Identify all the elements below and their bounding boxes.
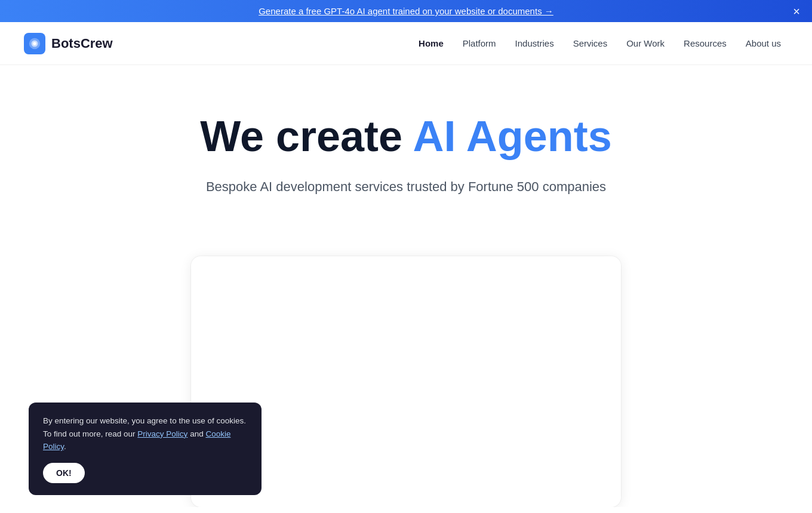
hero-subtitle: Bespoke AI development services trusted … [203, 177, 609, 196]
banner-close-button[interactable]: × [793, 5, 800, 17]
svg-point-2 [33, 42, 36, 45]
top-banner: Generate a free GPT-4o AI agent trained … [0, 0, 812, 22]
cookie-banner: By entering our website, you agree to th… [29, 403, 262, 495]
nav-link-platform[interactable]: Platform [456, 33, 503, 53]
nav-item-home[interactable]: Home [411, 38, 451, 49]
navbar: BotsCrew Home Platform Industries Servic… [0, 22, 812, 65]
cookie-text: By entering our website, you agree to th… [43, 414, 247, 453]
hero-title-prefix: We create [200, 112, 413, 160]
nav-item-industries[interactable]: Industries [508, 38, 561, 49]
nav-link-home[interactable]: Home [411, 33, 451, 53]
hero-section: We create AI Agents Bespoke AI developme… [0, 65, 812, 256]
logo-icon [24, 33, 45, 54]
logo-text: BotsCrew [51, 36, 113, 51]
logo[interactable]: BotsCrew [24, 33, 113, 54]
nav-item-platform[interactable]: Platform [456, 38, 503, 49]
nav-link-about[interactable]: About us [739, 33, 788, 53]
nav-link-industries[interactable]: Industries [508, 33, 561, 53]
privacy-policy-link[interactable]: Privacy Policy [137, 429, 187, 438]
nav-item-our-work[interactable]: Our Work [619, 38, 672, 49]
nav-link-resources[interactable]: Resources [676, 33, 734, 53]
nav-links: Home Platform Industries Services Our Wo… [411, 38, 788, 49]
hero-title: We create AI Agents [24, 113, 788, 160]
cookie-ok-button[interactable]: OK! [43, 463, 85, 483]
nav-link-services[interactable]: Services [566, 33, 615, 53]
nav-item-services[interactable]: Services [566, 38, 615, 49]
nav-link-our-work[interactable]: Our Work [619, 33, 672, 53]
nav-item-resources[interactable]: Resources [676, 38, 734, 49]
hero-title-highlight: AI Agents [413, 112, 611, 160]
banner-link[interactable]: Generate a free GPT-4o AI agent trained … [259, 6, 553, 16]
nav-item-about[interactable]: About us [739, 38, 788, 49]
